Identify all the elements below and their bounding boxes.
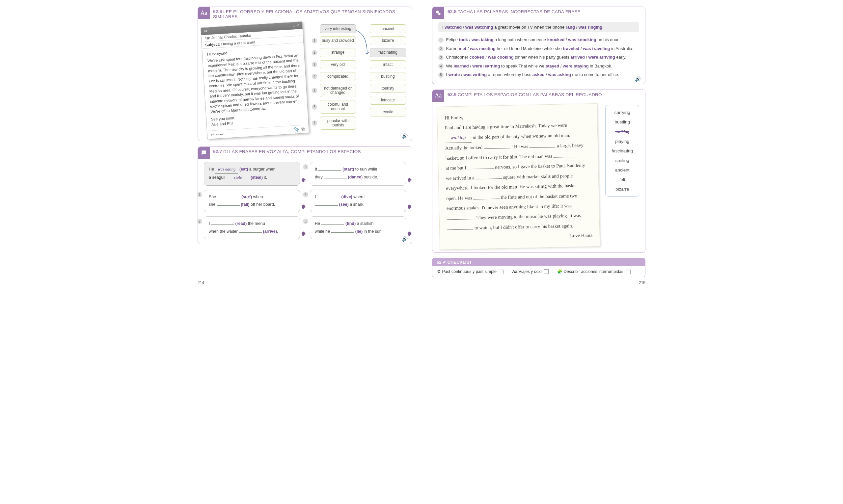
bank-word[interactable]: playing xyxy=(615,139,629,144)
bank-word[interactable]: fascinating xyxy=(611,148,633,154)
exercise-number: 62.9 xyxy=(448,92,456,97)
sentence-line: 3 Christopher cooked / was cooking dinne… xyxy=(438,53,639,62)
match-box[interactable]: ancient xyxy=(370,24,406,33)
exercise-title: COMPLETA LOS ESPACIOS CON LAS PALABRAS D… xyxy=(458,92,602,97)
match-box[interactable]: not damaged or changed xyxy=(320,84,356,97)
arrow-icon xyxy=(354,28,371,60)
exercise-62-8: 62.8 TACHA LAS PALABRAS INCORRECTAS DE C… xyxy=(432,6,645,84)
sentence-line: 2 Karen met / was meeting her old friend… xyxy=(438,44,639,53)
exercise-number: 62.8 xyxy=(448,9,456,14)
exercise-number: 62.7 xyxy=(213,149,222,154)
blank[interactable] xyxy=(324,178,347,178)
audio-icon[interactable]: 🔊 xyxy=(402,236,408,242)
gear-icon: ⚙ xyxy=(437,269,441,274)
bank-word[interactable]: carrying xyxy=(614,110,630,115)
reply-icon: ↩ xyxy=(211,132,215,138)
match-box[interactable]: colorful and unusual xyxy=(320,100,356,113)
match-box[interactable]: complicated xyxy=(320,72,356,81)
bank-word[interactable]: smiling xyxy=(615,158,629,163)
puzzle-icon: 🧩 xyxy=(557,269,562,274)
match-box[interactable]: busy and crowded xyxy=(320,36,356,45)
blank[interactable] xyxy=(239,232,262,233)
aa-badge-icon: Aa xyxy=(432,90,444,102)
speech-item: 3It (start) to rain whilethey (dance) ou… xyxy=(310,162,406,186)
bank-word[interactable]: bizarre xyxy=(615,187,629,192)
match-box[interactable]: strange xyxy=(320,48,356,57)
match-box[interactable]: very interesting xyxy=(320,24,356,33)
example-sentence: I watched / was watching a great movie o… xyxy=(438,22,639,32)
head-speak-icon: 🗣 xyxy=(301,201,307,213)
exercise-title: TACHA LAS PALABRAS INCORRECTAS DE CADA F… xyxy=(458,9,580,14)
audio-icon[interactable]: 🔊 xyxy=(402,133,408,139)
speech-item: He was eating (eat) a burger whena seagu… xyxy=(204,162,300,186)
checkbox[interactable] xyxy=(499,270,503,274)
blank[interactable]: stole xyxy=(227,174,250,182)
sentence-line: 4 We learned / were learning to speak Th… xyxy=(438,62,639,71)
bank-word[interactable]: walking xyxy=(615,129,629,134)
reply-all-icon: ↩↩ xyxy=(216,131,224,137)
attachment-icon: 📎 xyxy=(294,127,300,132)
svg-point-1 xyxy=(438,13,441,15)
blank[interactable] xyxy=(321,224,344,225)
letter-card: Hi Emily, Paul and I are having a great … xyxy=(437,103,600,250)
speech-item: 2I (read) the menuwhen the waiter (arriv… xyxy=(204,216,300,239)
bank-word[interactable]: ancient xyxy=(615,167,630,173)
trash-icon: 🗑 xyxy=(301,126,306,132)
match-box[interactable]: popular with tourists xyxy=(320,116,356,130)
match-box[interactable]: intact xyxy=(370,60,406,69)
gear-badge-icon xyxy=(432,7,444,19)
match-box[interactable]: exotic xyxy=(370,108,406,116)
svg-point-0 xyxy=(436,11,438,13)
match-box[interactable]: fascinating xyxy=(370,48,406,57)
head-speak-icon: 🗣 xyxy=(407,201,413,213)
bank-word[interactable]: bustling xyxy=(614,120,630,124)
blank[interactable]: was eating xyxy=(215,166,238,174)
blank[interactable] xyxy=(484,148,510,149)
exercise-62-9: Aa 62.9 COMPLETA LOS ESPACIOS CON LAS PA… xyxy=(432,90,645,253)
match-box[interactable]: bustling xyxy=(370,72,406,81)
right-column: ancient bizarre fascinating intact bustl… xyxy=(370,24,406,117)
blank[interactable] xyxy=(211,224,234,225)
blank[interactable] xyxy=(331,232,354,233)
blank[interactable] xyxy=(553,156,579,157)
chevron-down-icon: ⌄ xyxy=(292,23,295,28)
exercise-62-6: Aa 62.6 LEE EL CORREO Y RELACIONA LOS AD… xyxy=(198,6,412,141)
word-bank: carryingbustlingwalkingplayingfascinatin… xyxy=(605,105,639,197)
sentence-line: 1 Felipe took / was taking a long bath w… xyxy=(438,36,639,44)
mail-icon: ✉ xyxy=(203,29,207,34)
blank[interactable] xyxy=(217,198,240,198)
blank[interactable] xyxy=(530,147,556,148)
bank-word[interactable]: felt xyxy=(620,177,625,182)
filled-blank: walking xyxy=(445,132,471,143)
exercise-number: 62.6 xyxy=(213,9,222,14)
checkbox[interactable] xyxy=(626,270,631,274)
speech-item: 5He (find) a starfishwhile he (lie) in t… xyxy=(310,216,406,239)
checkbox[interactable] xyxy=(544,269,549,274)
exercise-title: DI LAS FRASES EN VOZ ALTA, COMPLETANDO L… xyxy=(223,149,361,154)
blank[interactable] xyxy=(217,205,240,206)
speech-item: 4I (dive) when I (see) a shark.🗣 xyxy=(310,190,406,213)
head-speak-icon: 🗣 xyxy=(301,229,307,240)
exercise-title: LEE EL CORREO Y RELACIONA LOS ADJETIVOS … xyxy=(213,9,395,19)
blank[interactable] xyxy=(473,198,500,199)
speech-badge-icon xyxy=(198,147,210,159)
match-box[interactable]: touristy xyxy=(370,84,406,93)
match-box[interactable]: very old xyxy=(320,60,356,69)
blank[interactable] xyxy=(447,229,473,230)
audio-icon[interactable]: 🔊 xyxy=(635,76,641,82)
checklist: 62 ✔ CHECKLIST ⚙ Past continuous y past … xyxy=(432,258,645,277)
blank[interactable] xyxy=(315,205,338,206)
aa-badge-icon: Aa xyxy=(198,7,210,19)
exercise-62-7: 62.7 DI LAS FRASES EN VOZ ALTA, COMPLETA… xyxy=(198,146,412,244)
blank[interactable] xyxy=(476,178,502,179)
close-icon: ✕ xyxy=(297,23,300,28)
blank[interactable] xyxy=(318,170,341,170)
email-card: ✉⌄ ✕ To: Jenna; Charlie; Tamako Subject:… xyxy=(200,21,309,140)
sentence-line: 5 I wrote / was writing a report when my… xyxy=(438,70,639,79)
blank[interactable] xyxy=(468,168,494,169)
blank[interactable] xyxy=(317,198,340,198)
page-number: 214 xyxy=(198,281,204,285)
match-box[interactable]: bizarre xyxy=(370,36,406,45)
match-box[interactable]: intricate xyxy=(370,96,406,105)
blank[interactable] xyxy=(447,219,473,220)
